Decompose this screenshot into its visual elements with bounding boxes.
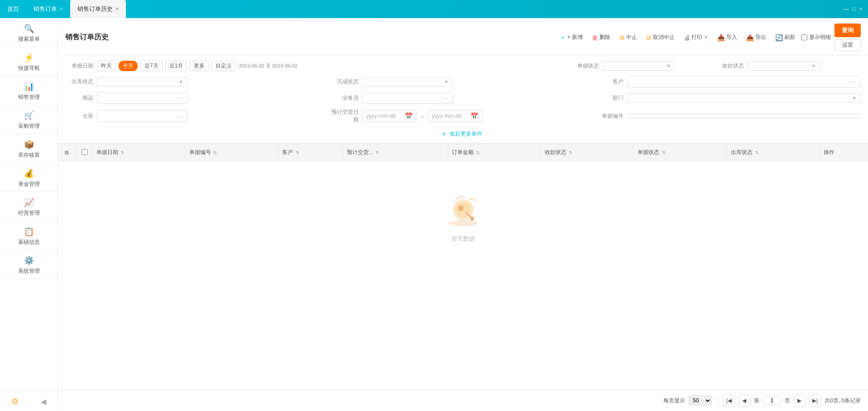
payment-status-select[interactable]: ▼ — [748, 61, 820, 71]
th-settings[interactable]: ⚙ — [58, 144, 76, 161]
sidebar-collapse-icon[interactable]: ◀ — [41, 397, 46, 406]
pagination-divider — [717, 396, 718, 405]
next-page-button[interactable]: ▶ — [794, 395, 806, 406]
export-button[interactable]: 📤 导出 — [743, 32, 769, 43]
th-bill-number[interactable]: 单据编号 ⇅ — [185, 144, 278, 161]
tab-sales-order-history[interactable]: 销售订单历史 × — [70, 0, 126, 18]
restore-button[interactable]: □ — [853, 6, 856, 12]
date-btn-custom[interactable]: 自定义 — [211, 61, 236, 71]
goods-label: 商品 — [65, 94, 97, 102]
tab-sales-order-history-label: 销售订单历史 — [77, 5, 113, 13]
tab-sales-order-history-close[interactable]: × — [115, 6, 119, 12]
page-title: 销售订单历史 — [65, 33, 109, 42]
tab-sales-order[interactable]: 销售订单 × — [26, 0, 70, 18]
date-btn-1month[interactable]: 近1月 — [165, 61, 187, 71]
delivery-date-end[interactable]: yyyy-mm-dd 📅 — [428, 110, 482, 122]
th-bill-status[interactable]: 单据状态 ⇅ — [634, 144, 727, 161]
goods-input[interactable]: ··· — [97, 92, 187, 104]
query-button[interactable]: 查询 — [834, 24, 861, 37]
total-records-label: 共0页, 0条记录 — [825, 397, 861, 405]
stop-label: 中止 — [626, 34, 637, 41]
th-delivery-date[interactable]: 预计交货... ⇅ — [343, 144, 448, 161]
date-btn-7days[interactable]: 近7天 — [140, 61, 163, 71]
out-status-sort-icon: ⇅ — [755, 150, 758, 155]
new-label: + 新增 — [567, 34, 583, 41]
print-button[interactable]: 🖨 打印 ▼ — [681, 32, 711, 43]
sidebar-item-inventory[interactable]: 📦 库存核算 — [0, 134, 58, 163]
close-button[interactable]: × — [859, 6, 863, 12]
th-bill-date[interactable]: 单据日期 ⇅ — [92, 144, 185, 161]
salesman-input[interactable]: ··· — [362, 92, 453, 104]
data-table: ⚙ 单据日期 ⇅ 单据编号 ⇅ — [58, 144, 868, 161]
dept-select[interactable]: ▼ — [627, 93, 861, 103]
th-delivery-date-label: 预计交货... — [347, 149, 373, 155]
settings-button[interactable]: 设置 — [834, 39, 861, 51]
th-customer[interactable]: 客户 ⇅ — [278, 144, 343, 161]
prev-page-button[interactable]: ◀ — [739, 395, 750, 406]
tab-sales-order-close[interactable]: × — [60, 6, 63, 12]
minimize-button[interactable]: — — [844, 6, 849, 12]
warehouse-label: 仓库 — [65, 112, 97, 120]
sidebar-item-sales-mgmt[interactable]: 📊 销售管理 — [0, 76, 58, 105]
display-detail-input[interactable] — [801, 34, 807, 40]
sidebar-item-operations[interactable]: 📈 经营管理 — [0, 192, 58, 221]
bill-number-input[interactable] — [627, 114, 861, 118]
date-picker-group: 昨天 今天 近7天 近1月 更多 自定义 2023-06-02 至 2023-0… — [97, 61, 297, 71]
out-status-label: 出库状态 — [65, 78, 97, 86]
export-icon: 📤 — [746, 34, 754, 41]
payment-status-sort-icon: ⇅ — [569, 150, 572, 155]
th-out-status[interactable]: 出库状态 ⇅ — [727, 144, 820, 161]
tab-home[interactable]: 首页 — [0, 0, 26, 18]
last-page-button[interactable]: ▶| — [809, 395, 821, 406]
sidebar-item-system-mgmt[interactable]: ⚙️ 系统管理 — [0, 250, 58, 279]
print-icon: 🖨 — [684, 34, 690, 41]
bill-number-label: 单据编号 — [595, 112, 627, 120]
th-order-amount[interactable]: 订单金额 ⇅ — [448, 144, 541, 161]
th-bill-number-label: 单据编号 — [189, 149, 211, 155]
payment-status-label: 收款状态 — [716, 62, 748, 70]
svg-point-5 — [470, 217, 474, 221]
warehouse-input[interactable]: ··· — [97, 110, 187, 122]
sidebar-item-search-menu[interactable]: 🔍 搜索菜单 — [0, 18, 58, 47]
empty-illustration — [443, 189, 484, 229]
date-btn-more[interactable]: 更多 — [190, 61, 209, 71]
new-button[interactable]: ＋ + 新增 — [557, 32, 585, 44]
sidebar-item-finance[interactable]: 💰 资金管理 — [0, 163, 58, 192]
import-button[interactable]: 📥 导入 — [715, 32, 740, 43]
th-payment-status[interactable]: 收款状态 ⇅ — [541, 144, 633, 161]
sidebar-item-quick-nav-label: 快捷导航 — [18, 64, 40, 72]
sidebar-item-basic-info[interactable]: 📋 基础信息 — [0, 221, 58, 250]
import-icon: 📥 — [717, 34, 725, 41]
date-separator: — — [419, 113, 425, 120]
collapse-arrow-icon: ∧ — [442, 131, 446, 137]
delete-button[interactable]: 🗑 删除 — [589, 32, 613, 43]
cancel-button[interactable]: ⊘ 取消中止 — [643, 32, 677, 43]
system-mgmt-icon: ⚙️ — [24, 256, 34, 266]
bill-status-select[interactable]: ▼ — [603, 61, 675, 71]
sidebar: 🔍 搜索菜单 ⚡ 快捷导航 📊 销售管理 🛒 采购管理 📦 库存核算 💰 资金管… — [0, 18, 58, 411]
th-checkbox[interactable] — [76, 144, 92, 161]
delivery-date-start[interactable]: yyyy-mm-dd 📅 — [362, 110, 417, 122]
date-btn-yesterday[interactable]: 昨天 — [97, 61, 116, 71]
refresh-button[interactable]: 🔄 刷新 — [772, 32, 798, 43]
page-number-input[interactable] — [763, 396, 781, 405]
sidebar-item-purchase-mgmt[interactable]: 🛒 采购管理 — [0, 105, 58, 134]
complete-status-select[interactable]: ▼ — [362, 77, 453, 87]
export-label: 导出 — [755, 34, 766, 41]
import-label: 导入 — [726, 34, 737, 41]
display-detail-checkbox[interactable]: 显示明细 — [801, 34, 831, 41]
per-page-select[interactable]: 50 10 20 100 — [689, 396, 712, 406]
out-status-arrow: ▼ — [179, 79, 183, 84]
sidebar-item-quick-nav[interactable]: ⚡ 快捷导航 — [0, 47, 58, 76]
stop-button[interactable]: ⊘ 中止 — [617, 32, 640, 43]
customer-input[interactable]: ··· — [627, 76, 861, 87]
out-status-select[interactable]: ▼ — [97, 77, 187, 87]
date-btn-today[interactable]: 今天 — [119, 61, 138, 71]
sidebar-settings-icon[interactable]: ⚙ — [11, 396, 19, 406]
th-payment-status-label: 收款状态 — [545, 149, 566, 155]
th-action: 操作 — [820, 144, 868, 161]
display-detail-label: 显示明细 — [809, 34, 831, 41]
collapse-bar[interactable]: ∧ 收起更多条件 — [65, 128, 861, 140]
select-all-checkbox[interactable] — [82, 149, 87, 155]
first-page-button[interactable]: |◀ — [723, 395, 735, 406]
